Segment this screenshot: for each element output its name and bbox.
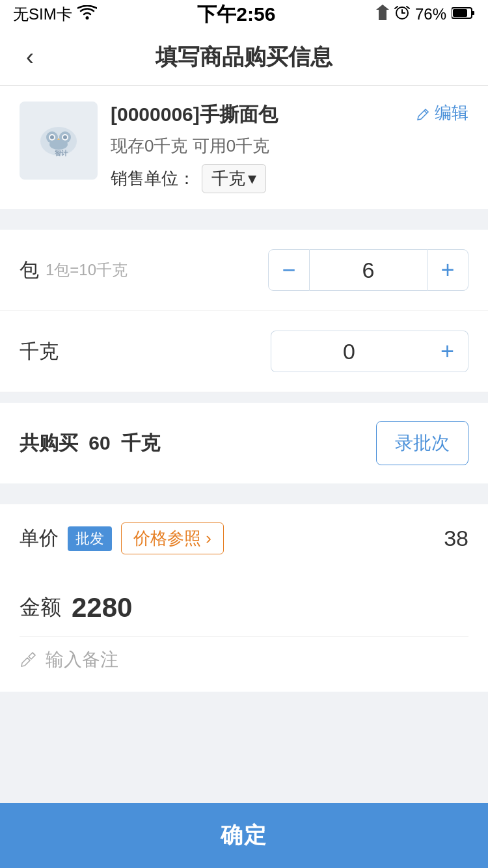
battery-icon <box>452 5 475 23</box>
product-name: [0000006]手撕面包 <box>111 102 403 128</box>
svg-line-19 <box>424 111 427 113</box>
dropdown-arrow-icon: ▾ <box>248 169 256 189</box>
time-display: 下午2:56 <box>197 1 275 28</box>
svg-rect-7 <box>472 11 474 15</box>
bao-plus-button[interactable]: + <box>427 249 468 291</box>
bao-quantity-row: 包 1包=10千克 − + <box>0 230 488 311</box>
price-tag: 批发 <box>68 526 112 551</box>
nav-bar: ‹ 填写商品购买信息 <box>0 29 488 86</box>
battery-text: 76% <box>415 5 446 23</box>
separator-3 <box>0 494 488 504</box>
price-label: 单价 <box>20 525 59 552</box>
unit-label: 销售单位： <box>111 167 195 190</box>
product-image: 智计 <box>20 102 98 180</box>
qianke-plus-button[interactable]: + <box>427 331 468 372</box>
bao-minus-button[interactable]: − <box>268 249 310 291</box>
qianke-quantity-row: 千克 + <box>0 311 488 392</box>
alarm-icon <box>394 5 410 24</box>
carrier-text: 无SIM卡 <box>13 4 72 25</box>
separator-1 <box>0 219 488 230</box>
total-amount: 60 <box>88 432 110 454</box>
qianke-quantity-input[interactable] <box>271 331 427 372</box>
confirm-button[interactable]: 确定 <box>0 803 488 868</box>
price-section: 单价 批发 价格参照 › 38 <box>0 504 488 573</box>
back-button[interactable]: ‹ <box>20 37 40 77</box>
svg-line-5 <box>407 7 409 8</box>
qianke-label: 千克 <box>20 338 59 365</box>
svg-line-20 <box>33 653 35 655</box>
price-ref-button[interactable]: 价格参照 › <box>121 522 224 554</box>
amount-row: 金额 2280 <box>20 592 468 636</box>
note-row: 输入备注 <box>20 636 468 692</box>
bao-quantity-input[interactable] <box>310 249 427 291</box>
wifi-icon <box>77 5 97 23</box>
svg-point-14 <box>50 135 54 139</box>
nav-title: 填写商品购买信息 <box>156 42 332 72</box>
product-card: 智计 [0000006]手撕面包 现存0千克 可用0千克 销售单位： 千克 ▾ … <box>0 86 488 209</box>
total-section: 共购买 60 千克 录批次 <box>0 403 488 483</box>
batch-button[interactable]: 录批次 <box>376 421 468 465</box>
product-info: [0000006]手撕面包 现存0千克 可用0千克 销售单位： 千克 ▾ <box>111 102 403 193</box>
status-left: 无SIM卡 <box>13 4 97 25</box>
amount-label: 金额 <box>20 593 61 622</box>
svg-text:智计: 智计 <box>54 150 68 157</box>
unit-selector[interactable]: 千克 ▾ <box>202 164 266 193</box>
bao-hint: 1包=10千克 <box>46 260 128 280</box>
bao-quantity-control: − + <box>268 249 468 291</box>
note-placeholder[interactable]: 输入备注 <box>46 647 118 672</box>
price-value: 38 <box>444 526 468 551</box>
qianke-section: 千克 + <box>0 311 488 392</box>
svg-point-15 <box>63 135 67 139</box>
qianke-quantity-control: + <box>271 331 468 372</box>
svg-point-0 <box>85 16 88 20</box>
status-bar: 无SIM卡 下午2:56 76% <box>0 0 488 29</box>
edit-button[interactable]: 编辑 <box>416 102 468 124</box>
separator-2 <box>0 392 488 403</box>
status-right: 76% <box>376 5 475 24</box>
product-stock: 现存0千克 可用0千克 <box>111 135 403 157</box>
location-icon <box>376 5 389 24</box>
svg-line-4 <box>395 7 398 8</box>
amount-value: 2280 <box>72 592 132 623</box>
svg-point-16 <box>49 139 68 150</box>
bao-section: 包 1包=10千克 − + <box>0 230 488 311</box>
note-pencil-icon <box>20 649 38 671</box>
total-text: 共购买 60 千克 <box>20 430 160 457</box>
product-unit: 销售单位： 千克 ▾ <box>111 164 403 193</box>
amount-section: 金额 2280 输入备注 <box>0 573 488 692</box>
bao-label: 包 <box>20 257 39 284</box>
svg-rect-8 <box>453 9 467 17</box>
